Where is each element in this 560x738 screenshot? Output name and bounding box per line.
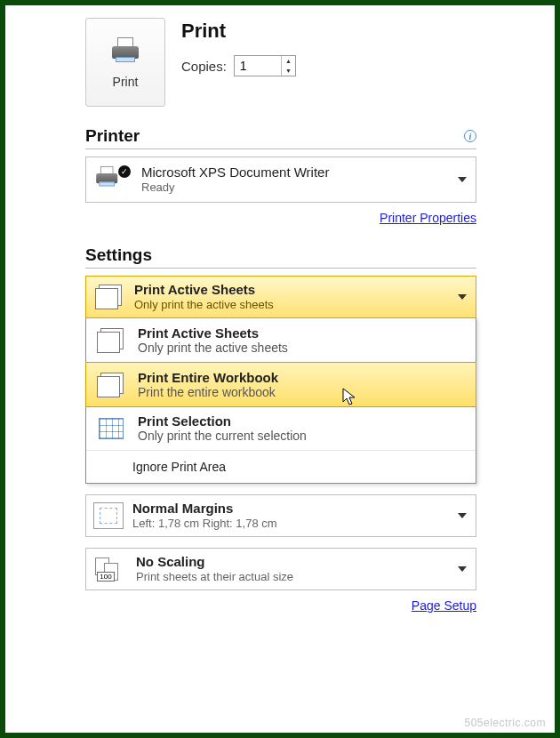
printer-dropdown[interactable]: ✓ Microsoft XPS Document Writer Ready xyxy=(85,156,476,203)
print-what-title: Print Active Sheets xyxy=(134,282,458,298)
copies-label: Copies: xyxy=(181,59,227,74)
settings-section-heading: Settings xyxy=(85,245,152,265)
copies-up-icon[interactable]: ▲ xyxy=(282,56,295,66)
page-setup-link[interactable]: Page Setup xyxy=(412,598,476,613)
scaling-icon: 100 xyxy=(93,556,127,582)
sheets-icon xyxy=(95,326,127,355)
info-icon[interactable]: i xyxy=(464,130,476,142)
option-print-active-sheets[interactable]: Print Active Sheets Only print the activ… xyxy=(86,318,476,363)
printer-device-icon xyxy=(93,164,120,189)
margins-dropdown[interactable]: Normal Margins Left: 1,78 cm Right: 1,78… xyxy=(85,494,476,537)
printer-status: Ready xyxy=(141,180,458,195)
printer-icon xyxy=(108,36,142,66)
chevron-down-icon xyxy=(458,294,467,300)
print-button[interactable]: Print xyxy=(85,18,165,107)
cursor-icon xyxy=(342,388,356,407)
copies-spinner[interactable]: 1 ▲ ▼ xyxy=(234,55,296,76)
option-print-selection[interactable]: Print Selection Only print the current s… xyxy=(86,406,476,451)
copies-value: 1 xyxy=(235,59,281,73)
print-what-sub: Only print the active sheets xyxy=(134,298,458,312)
sheets-icon xyxy=(93,283,125,311)
workbook-icon xyxy=(95,371,127,399)
print-heading: Print xyxy=(181,20,476,43)
chevron-down-icon xyxy=(458,177,467,182)
selection-grid-icon xyxy=(95,414,127,443)
option-print-entire-workbook[interactable]: Print Entire Workbook Print the entire w… xyxy=(85,362,476,407)
chevron-down-icon xyxy=(458,566,467,572)
print-backstage-panel: Print Print Copies: 1 ▲ ▼ Printer i xyxy=(0,0,560,738)
margins-icon xyxy=(93,502,124,529)
scaling-dropdown[interactable]: 100 No Scaling Print sheets at their act… xyxy=(85,548,476,590)
watermark: 505electric.com xyxy=(464,717,546,729)
print-button-label: Print xyxy=(113,75,139,89)
printer-section-heading: Printer xyxy=(85,126,140,146)
printer-name: Microsoft XPS Document Writer xyxy=(141,164,458,180)
ready-check-icon: ✓ xyxy=(118,165,131,178)
scaling-title: No Scaling xyxy=(136,554,458,570)
option-ignore-print-area[interactable]: Ignore Print Area xyxy=(86,451,476,483)
copies-down-icon[interactable]: ▼ xyxy=(282,66,295,76)
margins-title: Normal Margins xyxy=(132,501,458,517)
chevron-down-icon xyxy=(458,513,467,518)
print-what-menu: Print Active Sheets Only print the activ… xyxy=(85,317,476,484)
print-what-dropdown[interactable]: Print Active Sheets Only print the activ… xyxy=(85,276,476,318)
printer-properties-link[interactable]: Printer Properties xyxy=(380,211,476,225)
margins-sub: Left: 1,78 cm Right: 1,78 cm xyxy=(132,517,458,531)
scaling-sub: Print sheets at their actual size xyxy=(136,570,458,584)
